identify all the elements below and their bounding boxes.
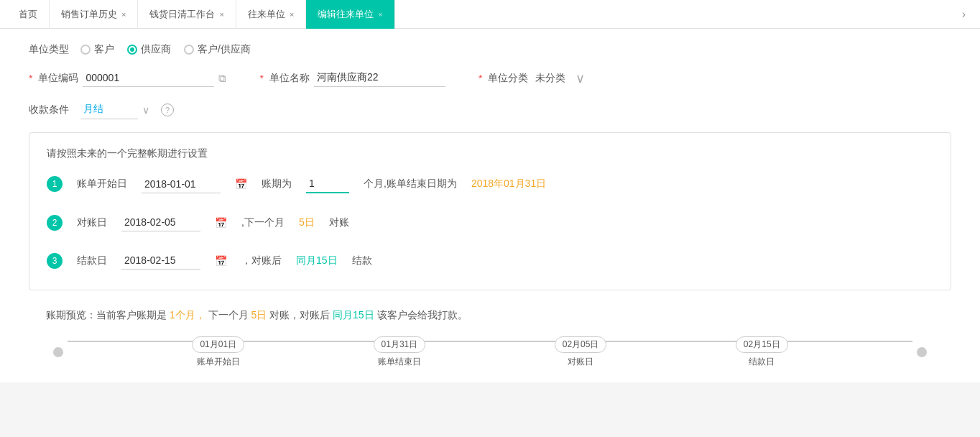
unit-code-star: * <box>29 73 32 84</box>
step-suffix-before-2: ,下一个月 <box>241 216 285 229</box>
radio-customer-supplier-circle <box>184 45 194 55</box>
unit-name-label: 单位名称 <box>269 72 310 85</box>
tl-node-2: 01月31日 账单结束日 <box>374 336 426 368</box>
step-suffix-after-2: 对账 <box>329 216 349 229</box>
radio-customer-supplier[interactable]: 客户/供应商 <box>184 43 251 56</box>
step-highlight-1: 2018年01月31日 <box>471 178 546 190</box>
radio-customer-circle <box>80 45 91 55</box>
tab-sales-history[interactable]: 销售订单历史 × <box>50 0 138 29</box>
tl-label-2: 账单结束日 <box>378 356 421 368</box>
tl-date-2: 01月31日 <box>374 336 426 353</box>
preview-section: 账期预览：当前客户账期是 1个月， 下一个月 5日 对账，对账后 同月15日 该… <box>29 302 951 368</box>
preview-highlight1: 1个月， <box>170 309 205 321</box>
step-suffix-before-3: ，对账后 <box>241 254 282 267</box>
unit-category-star: * <box>479 73 482 84</box>
step-label-1: 账单开始日 <box>77 178 127 190</box>
step-label-3: 结款日 <box>77 254 107 267</box>
unit-code-input[interactable] <box>83 69 214 87</box>
unit-category-value: 未分类 <box>535 72 565 85</box>
step-label-2: 对账日 <box>77 216 107 229</box>
preview-after: 对账，对账后 <box>269 309 330 321</box>
tl-date-4: 02月15日 <box>736 336 788 353</box>
radio-customer[interactable]: 客户 <box>80 43 114 56</box>
tl-date-1: 01月01日 <box>192 336 244 353</box>
tab-cash-work-label: 钱货日清工作台 <box>149 8 215 21</box>
tab-sales-history-close[interactable]: × <box>121 10 126 19</box>
unit-type-label: 单位类型 <box>29 43 69 56</box>
unit-code-label: 单位编码 <box>38 72 78 85</box>
unit-fields-row: * 单位编码 ⧉ * 单位名称 * 单位分类 未分类 ∨ <box>29 69 951 87</box>
unit-type-row: 单位类型 客户 供应商 客户/供应商 <box>29 43 951 56</box>
calendar-icon-2[interactable]: 📅 <box>215 217 227 229</box>
radio-customer-label: 客户 <box>94 43 114 56</box>
timeline-start-dot <box>53 347 63 357</box>
section-desc: 请按照未来的一个完整帐期进行设置 <box>47 147 933 160</box>
calendar-icon-1[interactable]: 📅 <box>235 178 247 190</box>
payment-terms-value: 月结 <box>80 100 138 119</box>
unit-name-group: * 单位名称 <box>259 69 445 87</box>
tab-partner-close[interactable]: × <box>290 10 294 19</box>
radio-group: 客户 供应商 客户/供应商 <box>80 43 251 56</box>
step-highlight-2: 5日 <box>299 216 315 229</box>
unit-name-star: * <box>259 73 263 84</box>
preview-suffix: 该客户会给我打款。 <box>377 309 468 321</box>
tab-home[interactable]: 首页 <box>7 0 50 29</box>
radio-supplier-circle <box>127 45 137 55</box>
tab-edit-partner-label: 编辑往来单位 <box>318 8 374 21</box>
step-num-1: 1 <box>47 176 63 192</box>
page-content: 单位类型 客户 供应商 客户/供应商 * 单位编码 ⧉ * 单位名称 <box>0 29 980 382</box>
unit-name-input[interactable] <box>314 69 445 87</box>
tab-edit-partner-close[interactable]: × <box>378 10 382 19</box>
tab-partner[interactable]: 往来单位 × <box>236 0 306 29</box>
preview-middle: 下一个月 <box>208 309 249 321</box>
tab-sales-history-label: 销售订单历史 <box>61 8 117 21</box>
unit-code-group: * 单位编码 ⧉ <box>29 69 226 87</box>
unit-category-arrow[interactable]: ∨ <box>575 70 585 86</box>
timeline-end-dot <box>917 347 927 357</box>
payment-terms-row: 收款条件 月结 ∨ ? <box>29 100 951 119</box>
step-num-2: 2 <box>47 215 63 231</box>
step-suffix-1: 个月,账单结束日期为 <box>364 178 457 190</box>
tl-node-1: 01月01日 账单开始日 <box>192 336 244 368</box>
step-row-2: 2 对账日 📅 ,下一个月 5日 对账 <box>47 213 933 231</box>
payment-terms-help[interactable]: ? <box>161 104 174 116</box>
radio-customer-supplier-label: 客户/供应商 <box>198 43 251 56</box>
period-input[interactable] <box>306 175 349 193</box>
timeline: 01月01日 账单开始日 01月31日 账单结束日 02月05日 对账日 02月… <box>46 336 934 368</box>
tab-more-button[interactable]: › <box>955 8 973 21</box>
payment-terms-dropdown[interactable]: 月结 ∨ <box>80 100 149 119</box>
step-highlight-3: 同月15日 <box>296 254 338 267</box>
unit-category-group: * 单位分类 未分类 ∨ <box>479 70 585 86</box>
section-box: 请按照未来的一个完整帐期进行设置 1 账单开始日 📅 账期为 个月,账单结束日期… <box>29 132 951 290</box>
preview-highlight2: 5日 <box>251 309 267 321</box>
step-row-1: 1 账单开始日 📅 账期为 个月,账单结束日期为 2018年01月31日 <box>47 175 933 193</box>
calendar-icon-3[interactable]: 📅 <box>215 255 227 267</box>
tab-partner-label: 往来单位 <box>248 8 285 21</box>
tab-cash-work[interactable]: 钱货日清工作台 × <box>138 0 236 29</box>
step-mid-label-1: 账期为 <box>262 178 292 190</box>
payment-terms-label: 收款条件 <box>29 104 69 116</box>
payment-terms-arrow[interactable]: ∨ <box>142 104 149 116</box>
preview-highlight3: 同月15日 <box>333 309 374 321</box>
tab-bar: 首页 销售订单历史 × 钱货日清工作台 × 往来单位 × 编辑往来单位 × › <box>0 0 980 29</box>
tl-label-3: 对账日 <box>568 356 593 368</box>
tl-label-1: 账单开始日 <box>197 356 240 368</box>
step-date-2[interactable] <box>121 213 200 231</box>
tl-date-3: 02月05日 <box>555 336 607 353</box>
tab-edit-partner[interactable]: 编辑往来单位 × <box>306 0 394 29</box>
step-date-3[interactable] <box>121 252 200 270</box>
preview-text: 账期预览：当前客户账期是 1个月， 下一个月 5日 对账，对账后 同月15日 该… <box>46 309 934 322</box>
radio-supplier[interactable]: 供应商 <box>127 43 171 56</box>
radio-supplier-label: 供应商 <box>141 43 171 56</box>
unit-code-copy-icon[interactable]: ⧉ <box>218 72 226 85</box>
step-suffix-after-3: 结款 <box>352 254 372 267</box>
tab-cash-work-close[interactable]: × <box>219 10 223 19</box>
unit-category-label: 单位分类 <box>488 72 528 85</box>
step-row-3: 3 结款日 📅 ，对账后 同月15日 结款 <box>47 252 933 270</box>
tl-node-3: 02月05日 对账日 <box>555 336 607 368</box>
tl-node-4: 02月15日 结款日 <box>736 336 788 368</box>
step-num-3: 3 <box>47 253 63 269</box>
tab-home-label: 首页 <box>19 8 37 21</box>
tl-label-4: 结款日 <box>749 356 775 368</box>
step-date-1[interactable] <box>142 175 221 193</box>
